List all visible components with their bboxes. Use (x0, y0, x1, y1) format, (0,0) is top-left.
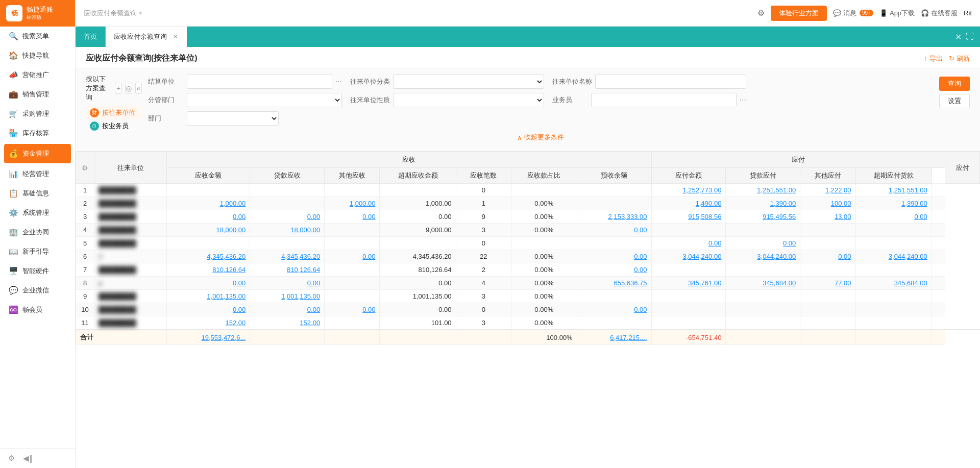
table-row: 8 p 0.00 0.00 0.00 4 0.00% 655,636.75 34… (76, 277, 980, 290)
dept-select[interactable] (187, 111, 279, 126)
sidebar-item-wechat[interactable]: 💬 企业微信 (0, 281, 75, 300)
cell-index: 1 (76, 184, 94, 197)
online-service-btn[interactable]: 🎧 在线客服 (921, 9, 958, 18)
cell-ap-loan (726, 290, 800, 303)
unit-name-input[interactable] (595, 75, 746, 89)
cell-partner: ████████ (94, 184, 167, 197)
cell-partner: ████████ (94, 290, 167, 303)
unit-nature-select[interactable] (393, 93, 544, 107)
user-name[interactable]: Rit (964, 9, 972, 17)
sidebar-item-system[interactable]: ⚙️ 系统管理 (0, 203, 75, 223)
tab-home[interactable]: 首页 (76, 27, 106, 47)
system-icon: ⚙️ (8, 208, 18, 217)
tab-close-icon[interactable]: ✕ (173, 33, 178, 40)
sidebar-item-hardware[interactable]: 🖥️ 智能硬件 (0, 261, 75, 281)
sidebar-item-member[interactable]: ♾️ 畅会员 (0, 300, 75, 319)
footer-settings-icon[interactable]: ⚙ (8, 454, 15, 463)
footer-ap-col (932, 330, 945, 345)
th-settings[interactable]: ⚙ (76, 152, 94, 184)
export-btn[interactable]: ↑ 导出 (924, 54, 943, 63)
footer-ar-amount: 19,553,472,6... (167, 330, 250, 345)
cell-ap-amount: 1,252,773.00 (651, 184, 726, 197)
sidebar-item-search-menu[interactable]: 🔍 搜索菜单 (0, 27, 75, 46)
cell-index: 3 (76, 210, 94, 224)
salesperson-dots[interactable]: ··· (740, 95, 746, 105)
query-btn[interactable]: 查询 (939, 77, 970, 91)
cell-ap-amount: 1,490.00 (651, 197, 726, 210)
inventory-icon: 🏪 (8, 129, 18, 138)
filter-by-staff[interactable]: ⏱ 按业务员 (86, 119, 142, 133)
filter-collapse-btn[interactable]: « (135, 83, 142, 94)
tab-fullscreen-icon[interactable]: ⛶ (966, 32, 974, 41)
refresh-btn[interactable]: ↻ 刷新 (949, 54, 970, 63)
logo-icon: 畅 (6, 5, 22, 21)
tab-close-all-icon[interactable]: ✕ (955, 32, 962, 42)
table-settings-gear[interactable]: ⚙ (82, 164, 88, 172)
cell-ap-amount: 0.00 (651, 237, 726, 250)
footer-ap-other (800, 330, 855, 345)
field-unit-nature: 往来单位性质 (350, 93, 544, 107)
cell-ap-amount (651, 263, 726, 277)
cell-ap-other: 77.00 (800, 277, 855, 290)
filter-add-btn[interactable]: + (115, 83, 121, 94)
cell-ap-col (932, 277, 945, 290)
finance-icon: 💰 (8, 149, 18, 158)
cell-ar-amount: 18,000.00 (167, 224, 250, 237)
footer-ar-other (325, 330, 380, 345)
sidebar-item-purchase[interactable]: 🛒 采购管理 (0, 104, 75, 124)
logo-badge: 标准版 (27, 14, 53, 21)
cell-ap-overdue: 345,684.00 (855, 277, 932, 290)
filter-by-unit[interactable]: 财 按往来单位 (86, 106, 142, 119)
cell-ar-loan: 18,000.00 (250, 224, 325, 237)
salesperson-input[interactable] (591, 93, 737, 107)
app-download-btn[interactable]: 📱 App下载 (879, 9, 915, 18)
cell-ar-count: 9 (456, 210, 511, 224)
field-label-unit-category: 往来单位分类 (350, 77, 390, 86)
tab-ar-ap[interactable]: 应收应付余额查询 ✕ (106, 27, 187, 47)
cell-ap-loan: 1,390.00 (726, 197, 800, 210)
unit-category-select[interactable] (393, 75, 544, 89)
sidebar-item-label: 畅会员 (22, 305, 42, 314)
cell-ar-ratio: 0.00% (511, 290, 577, 303)
sidebar-item-inventory[interactable]: 🏪 库存核算 (0, 124, 75, 143)
cell-ar-advance (577, 237, 651, 250)
footer-ar-advance: 6,417,215.... (577, 330, 651, 345)
promo-btn[interactable]: 体验行业方案 (771, 6, 827, 21)
basic-icon: 📋 (8, 189, 18, 198)
settings-action-btn[interactable]: 设置 (939, 94, 970, 108)
sidebar-item-finance[interactable]: 💰 资金管理 (4, 144, 71, 163)
cell-ap-amount: 915,508.56 (651, 210, 726, 224)
table-row: 3 ████████ 0.00 0.00 0.00 0.00 9 0.00% 2… (76, 210, 980, 224)
breadcrumb-text: 应收应付余额查询 (84, 9, 137, 18)
sidebar-item-marketing[interactable]: 📣 营销推广 (0, 65, 75, 85)
cell-ar-other: 0.00 (325, 250, 380, 263)
sidebar-item-label: 经营管理 (22, 169, 49, 179)
settlement-unit-input[interactable] (187, 75, 332, 89)
topbar-settings-icon[interactable]: ⚙ (757, 8, 765, 18)
sidebar-item-quick-nav[interactable]: 🏠 快捷导航 (0, 46, 75, 65)
app-logo: 畅 畅捷通账 标准版 (0, 0, 75, 27)
filter-collapse-toggle[interactable]: ∧ 收起更多条件 (148, 130, 933, 145)
sidebar-item-sales[interactable]: 💼 销售管理 (0, 85, 75, 104)
cell-ap-overdue: 3,044,240.00 (855, 250, 932, 263)
sidebar-item-guide[interactable]: 📖 新手引导 (0, 242, 75, 261)
sidebar-item-enterprise[interactable]: 🏢 企业协同 (0, 223, 75, 242)
cell-ar-amount: 1,000.00 (167, 197, 250, 210)
cell-index: 6 (76, 250, 94, 263)
sales-icon: 💼 (8, 90, 18, 99)
cell-index: 4 (76, 224, 94, 237)
field-label-salesperson: 业务员 (552, 95, 588, 105)
cell-ar-ratio: 0.00% (511, 224, 577, 237)
footer-ap-overdue (855, 330, 932, 345)
footer-collapse-icon[interactable]: ◀‖ (23, 454, 33, 463)
sidebar-item-basic[interactable]: 📋 基础信息 (0, 184, 75, 203)
sidebar-item-operation[interactable]: 📊 经营管理 (0, 164, 75, 184)
cell-ar-amount (167, 237, 250, 250)
messages-badge: 99+ (860, 10, 873, 16)
settlement-unit-dots[interactable]: ··· (335, 77, 342, 86)
dept-manager-select[interactable] (187, 93, 342, 107)
messages-btn[interactable]: 💬 消息 99+ (833, 9, 873, 18)
cell-ap-overdue (855, 316, 932, 330)
filter-row-3: 部门 (148, 111, 933, 126)
filter-settings-btn[interactable]: ◎ (125, 83, 132, 94)
